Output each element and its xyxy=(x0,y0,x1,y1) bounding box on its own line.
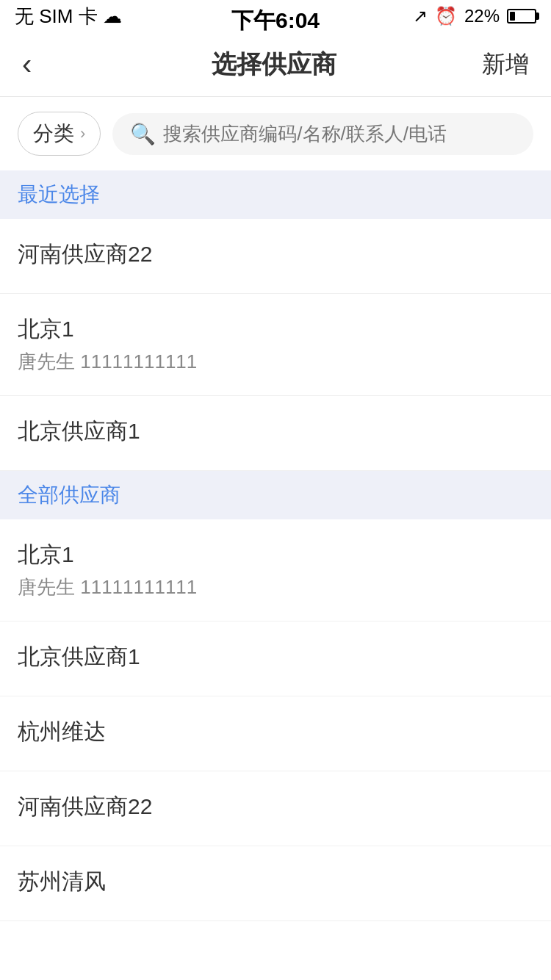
status-time: 下午6:04 xyxy=(231,6,320,36)
nav-bar: ‹ 选择供应商 新增 xyxy=(0,32,551,97)
item-sub: 唐先生 11111111111 xyxy=(18,574,533,600)
list-item[interactable]: 北京1唐先生 11111111111 xyxy=(0,294,551,396)
status-right: ↗ ⏰ 22% xyxy=(413,6,536,26)
item-name: 北京供应商1 xyxy=(18,417,533,447)
section-header-all: 全部供应商 xyxy=(0,471,551,519)
item-name: 苏州清风 xyxy=(18,867,533,897)
battery-icon xyxy=(507,9,536,24)
item-name: 河南供应商22 xyxy=(18,239,533,270)
list-item[interactable]: 河南供应商22 xyxy=(0,219,551,294)
list-item[interactable]: 北京供应商1 xyxy=(0,396,551,471)
page-title: 选择供应商 xyxy=(66,48,482,82)
list-item[interactable]: 杭州维达 xyxy=(0,696,551,771)
search-icon: 🔍 xyxy=(130,122,156,146)
item-name: 北京供应商1 xyxy=(18,642,533,672)
item-name: 北京1 xyxy=(18,314,533,345)
battery-label: 22% xyxy=(464,6,500,26)
search-area: 分类 › 🔍 xyxy=(0,97,551,170)
back-button[interactable]: ‹ xyxy=(22,48,66,81)
section-header-recent: 最近选择 xyxy=(0,170,551,219)
sections-container: 最近选择河南供应商22北京1唐先生 11111111111北京供应商1全部供应商… xyxy=(0,170,551,921)
category-filter-button[interactable]: 分类 › xyxy=(18,112,101,156)
item-name: 北京1 xyxy=(18,540,533,570)
list-item[interactable]: 河南供应商22 xyxy=(0,771,551,846)
status-bar: 无 SIM 卡 ☁ 下午6:04 ↗ ⏰ 22% xyxy=(0,0,551,32)
sim-label: 无 SIM 卡 ☁ xyxy=(15,4,122,29)
list-item[interactable]: 苏州清风 xyxy=(0,846,551,921)
category-label: 分类 xyxy=(33,120,74,148)
list-item[interactable]: 北京供应商1 xyxy=(0,621,551,696)
item-name: 河南供应商22 xyxy=(18,792,533,822)
item-name: 杭州维达 xyxy=(18,717,533,747)
status-left: 无 SIM 卡 ☁ xyxy=(15,4,122,29)
back-icon: ‹ xyxy=(22,48,32,81)
chevron-right-icon: › xyxy=(80,124,85,143)
item-sub: 唐先生 11111111111 xyxy=(18,349,533,375)
search-input[interactable] xyxy=(163,123,516,145)
location-icon: ↗ xyxy=(413,6,428,26)
list-item[interactable]: 北京1唐先生 11111111111 xyxy=(0,519,551,621)
add-button[interactable]: 新增 xyxy=(482,48,529,81)
search-input-wrap[interactable]: 🔍 xyxy=(112,113,533,155)
alarm-icon: ⏰ xyxy=(435,6,457,26)
